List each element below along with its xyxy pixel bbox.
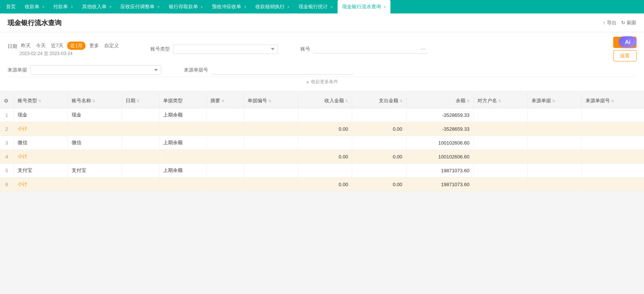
source-doc-select-wrap — [30, 65, 161, 75]
date-today[interactable]: 今天 — [35, 42, 47, 49]
nav-tab-1[interactable]: 付款单 × — [49, 0, 77, 13]
nav-tab-0[interactable]: 收款单 × — [20, 0, 49, 13]
nav-close-4[interactable]: × — [201, 4, 203, 9]
sort-icon-expense: ⇅ — [399, 99, 402, 103]
date-label: 日期 — [8, 42, 17, 50]
account-dots-button[interactable]: ··· — [418, 46, 428, 52]
refresh-button[interactable]: ↻ 刷新 — [621, 19, 636, 26]
account-type-select-wrap: 现金 微信 支付宝 — [173, 45, 278, 54]
header-actions: ↑ 导出 ↻ 刷新 — [603, 19, 637, 26]
filter-row-1: 日期 昨天 今天 近7天 近1月 更多 自定义 2023-02-24 至 202… — [8, 37, 636, 61]
account-no-wrap: ··· — [313, 45, 428, 54]
nav-close-6[interactable]: × — [287, 4, 290, 9]
sort-icon-doc-no: ⇅ — [268, 99, 271, 103]
setting-button[interactable]: 设置 — [613, 50, 636, 61]
nav-close-3[interactable]: × — [157, 4, 159, 9]
nav-close-2[interactable]: × — [109, 4, 111, 9]
sort-balance[interactable]: 余额 ⇅ — [456, 97, 470, 104]
collapse-label: 收起更多条件 — [311, 79, 338, 85]
date-custom[interactable]: 自定义 — [103, 42, 120, 49]
source-doc-no-wrap — [211, 66, 354, 75]
table-header-row: ⚙ 账号类型 ⇅ 账号名称 ⇅ 日期 — [0, 94, 644, 108]
th-account-name: 账号名称 ⇅ — [68, 94, 122, 108]
source-doc-select[interactable] — [30, 65, 161, 75]
nav-close-7[interactable]: × — [330, 4, 333, 9]
th-account-type: 账号类型 ⇅ — [14, 94, 68, 108]
th-settings: ⚙ — [0, 94, 14, 108]
nav-tab-6[interactable]: 收款核销执行 × — [251, 0, 294, 13]
nav-close-5[interactable]: × — [244, 4, 246, 9]
sort-source-doc-no[interactable]: 来源单据号 ⇅ — [585, 97, 614, 104]
th-summary: 摘要 ⇅ — [206, 94, 244, 108]
sort-icon-account-type: ⇅ — [38, 99, 41, 103]
nav-home[interactable]: 首页 — [2, 0, 20, 13]
nav-tab-2[interactable]: 其他收入单 × — [78, 0, 116, 13]
nav-tab-8[interactable]: 现金银行流水查询 × — [338, 0, 390, 13]
table-row: 3微信微信上期余额100102606.60 — [0, 136, 644, 150]
page-title: 现金银行流水查询 — [8, 18, 62, 27]
sort-icon-date: ⇅ — [137, 99, 140, 103]
export-icon: ↑ — [603, 20, 606, 25]
table-wrap: ⚙ 账号类型 ⇅ 账号名称 ⇅ 日期 — [0, 94, 644, 191]
sort-icon-account-name: ⇅ — [92, 99, 95, 103]
date-yesterday[interactable]: 昨天 — [20, 42, 32, 49]
date-7days[interactable]: 近7天 — [50, 42, 65, 49]
source-doc-no-label: 来源单据号 — [184, 67, 208, 73]
top-nav: 首页 收款单 × 付款单 × 其他收入单 × 应收应付调整单 × 银行存取款单 … — [0, 0, 644, 13]
account-label: 账号 — [300, 46, 310, 52]
table-row: 2小计0.000.00-3528659.33 — [0, 122, 644, 136]
table-row: 4小计0.000.00100102606.60 — [0, 150, 644, 164]
date-range: 2023-02-24 至 2023-03-24 — [20, 51, 120, 57]
sort-icon-income: ⇅ — [345, 99, 348, 103]
table-body: 1现金现金上期余额-3528659.332小计0.000.00-3528659.… — [0, 108, 644, 191]
page-header: 现金银行流水查询 ↑ 导出 ↻ 刷新 — [0, 13, 644, 32]
sort-counterpart[interactable]: 对方户名 ⇅ — [477, 97, 501, 104]
account-type-select[interactable]: 现金 微信 支付宝 — [173, 45, 278, 54]
refresh-icon: ↻ — [621, 20, 625, 25]
ai-badge[interactable]: Ai — [619, 36, 636, 47]
th-income: 收入金额 ⇅ — [298, 94, 352, 108]
date-1month[interactable]: 近1月 — [67, 42, 86, 50]
th-source-doc-no: 来源单据号 ⇅ — [582, 94, 644, 108]
th-expense: 支出金额 ⇅ — [352, 94, 406, 108]
sort-source-doc[interactable]: 来源单据 ⇅ — [531, 97, 555, 104]
nav-close-8[interactable]: × — [384, 4, 386, 9]
account-input[interactable] — [313, 45, 418, 53]
nav-tab-4[interactable]: 银行存取款单 × — [164, 0, 207, 13]
nav-tab-5[interactable]: 预收冲应收单 × — [207, 0, 251, 13]
source-doc-label: 来源单据 — [8, 67, 27, 73]
account-no-filter: 账号 ··· — [300, 45, 428, 54]
filter-row-2: 来源单据 来源单据号 — [8, 65, 636, 75]
sort-date[interactable]: 日期 ⇅ — [126, 97, 140, 104]
th-balance: 余额 ⇅ — [406, 94, 473, 108]
th-doc-type: 单据类型 — [159, 94, 207, 108]
sort-account-name[interactable]: 账号名称 ⇅ — [72, 97, 95, 104]
table-row: 6小计0.000.0019871073.60 — [0, 178, 644, 191]
th-counterpart: 对方户名 ⇅ — [473, 94, 527, 108]
sort-expense[interactable]: 支出金额 ⇅ — [379, 97, 402, 104]
sort-summary[interactable]: 摘要 ⇅ — [210, 97, 224, 104]
nav-tab-7[interactable]: 现金银行统计 × — [294, 0, 337, 13]
sort-icon-source-doc: ⇅ — [552, 99, 555, 103]
export-button[interactable]: ↑ 导出 — [603, 19, 617, 26]
date-more[interactable]: 更多 — [88, 42, 101, 49]
sort-doc-no[interactable]: 单据编号 ⇅ — [248, 97, 271, 104]
data-table: ⚙ 账号类型 ⇅ 账号名称 ⇅ 日期 — [0, 94, 644, 191]
sort-icon-counterpart: ⇅ — [498, 99, 501, 103]
nav-tab-3[interactable]: 应收应付调整单 × — [116, 0, 164, 13]
th-source-doc: 来源单据 ⇅ — [528, 94, 582, 108]
account-type-filter: 账号类型 现金 微信 支付宝 — [150, 45, 278, 54]
date-shortcuts-wrap: 昨天 今天 近7天 近1月 更多 自定义 2023-02-24 至 2023-0… — [20, 42, 120, 57]
collapse-bar[interactable]: ∧ 收起更多条件 — [8, 77, 636, 87]
th-doc-no: 单据编号 ⇅ — [244, 94, 298, 108]
source-doc-no-input[interactable] — [211, 66, 354, 74]
sort-income[interactable]: 收入金额 ⇅ — [324, 97, 348, 104]
filter-area: 日期 昨天 今天 近7天 近1月 更多 自定义 2023-02-24 至 202… — [0, 32, 644, 91]
nav-close-1[interactable]: × — [71, 4, 73, 9]
sort-account-type[interactable]: 账号类型 ⇅ — [18, 97, 41, 104]
nav-close-0[interactable]: × — [42, 4, 44, 9]
settings-icon[interactable]: ⚙ — [4, 98, 9, 104]
sort-icon-source-doc-no: ⇅ — [611, 99, 614, 103]
sort-icon-summary: ⇅ — [221, 99, 224, 103]
date-filter: 日期 昨天 今天 近7天 近1月 更多 自定义 2023-02-24 至 202… — [8, 42, 120, 57]
